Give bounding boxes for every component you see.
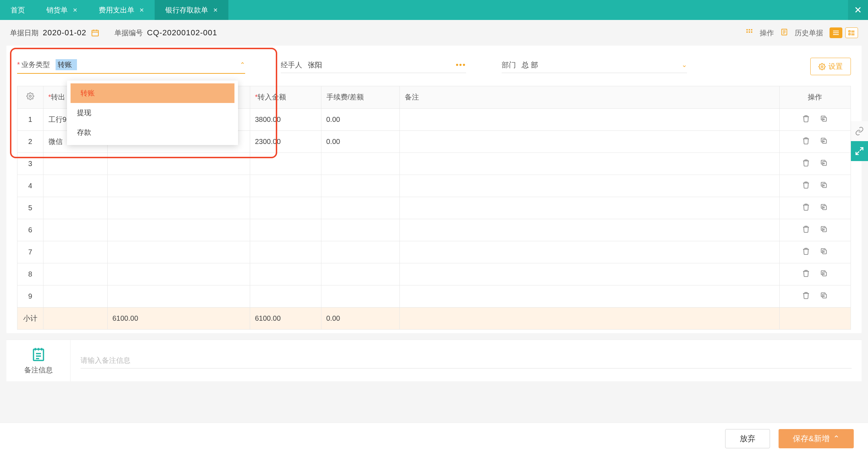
delete-row-button[interactable] — [802, 181, 810, 191]
tab-expense[interactable]: 费用支出单 ✕ — [88, 0, 155, 20]
cell-out-account[interactable] — [43, 219, 107, 241]
cell-hidden[interactable] — [107, 175, 250, 197]
cell-in-amount[interactable] — [250, 153, 321, 175]
cell-remark[interactable] — [399, 108, 779, 130]
attachment-button[interactable] — [851, 121, 868, 141]
gear-column-header[interactable] — [17, 86, 43, 108]
delete-row-button[interactable] — [802, 203, 810, 213]
table-row[interactable]: 3 — [17, 153, 851, 175]
cell-out-account[interactable] — [43, 263, 107, 285]
view-list-button[interactable] — [830, 27, 842, 38]
view-grid-button[interactable] — [845, 27, 858, 38]
dropdown-item-deposit[interactable]: 存款 — [67, 123, 238, 142]
close-icon[interactable]: ✕ — [139, 7, 144, 14]
cell-in-amount[interactable] — [250, 197, 321, 219]
delete-row-button[interactable] — [802, 225, 810, 235]
biz-type-select[interactable]: *业务类型 转账 ⌃ 转账 提现 存款 — [17, 59, 245, 74]
cell-in-amount[interactable] — [250, 263, 321, 285]
tab-home[interactable]: 首页 — [0, 0, 36, 20]
handler-select[interactable]: 经手人 张阳 ••• — [281, 60, 466, 73]
close-icon[interactable]: ✕ — [213, 7, 218, 14]
history-label[interactable]: 历史单据 — [795, 28, 823, 38]
cell-out-account[interactable] — [43, 241, 107, 263]
cell-fee[interactable] — [321, 219, 399, 241]
copy-row-button[interactable] — [820, 115, 828, 124]
table-row[interactable]: 5 — [17, 197, 851, 219]
cell-out-account[interactable] — [43, 285, 107, 307]
cell-in-amount[interactable]: 3800.00 — [250, 108, 321, 130]
copy-row-button[interactable] — [820, 247, 828, 257]
cell-fee[interactable]: 0.00 — [321, 130, 399, 153]
calendar-icon[interactable] — [91, 29, 99, 37]
cell-remark[interactable] — [399, 197, 779, 219]
svg-point-10 — [821, 66, 823, 67]
cell-fee[interactable] — [321, 285, 399, 307]
cell-hidden[interactable] — [107, 153, 250, 175]
delete-row-button[interactable] — [802, 247, 810, 257]
table-row[interactable]: 9 — [17, 285, 851, 307]
cell-fee[interactable] — [321, 263, 399, 285]
delete-row-button[interactable] — [802, 269, 810, 279]
cell-remark[interactable] — [399, 263, 779, 285]
dept-select[interactable]: 部门 总 部 ⌄ — [502, 60, 687, 73]
cell-fee[interactable] — [321, 241, 399, 263]
dropdown-item-withdraw[interactable]: 提现 — [67, 103, 238, 123]
discard-button[interactable]: 放弃 — [725, 429, 770, 448]
copy-row-button[interactable] — [820, 137, 828, 146]
operate-icon[interactable] — [745, 28, 753, 38]
expand-button[interactable] — [851, 141, 868, 161]
tabs-bar: 首页 销货单 ✕ 费用支出单 ✕ 银行存取款单 ✕ ✕ — [0, 0, 868, 20]
copy-row-button[interactable] — [820, 203, 828, 213]
table-row[interactable]: 8 — [17, 263, 851, 285]
tab-bank-transfer[interactable]: 银行存取款单 ✕ — [155, 0, 228, 20]
delete-row-button[interactable] — [802, 159, 810, 169]
cell-hidden[interactable] — [107, 241, 250, 263]
cell-in-amount[interactable] — [250, 219, 321, 241]
more-icon[interactable]: ••• — [456, 60, 466, 69]
tab-sales[interactable]: 销货单 ✕ — [36, 0, 88, 20]
cell-out-account[interactable] — [43, 175, 107, 197]
settings-button[interactable]: 设置 — [810, 58, 851, 75]
delete-row-button[interactable] — [802, 137, 810, 146]
operate-label[interactable]: 操作 — [760, 28, 774, 38]
remark-input[interactable] — [81, 353, 852, 368]
copy-row-button[interactable] — [820, 269, 828, 279]
cell-out-account[interactable] — [43, 197, 107, 219]
copy-row-button[interactable] — [820, 225, 828, 235]
tab-label: 首页 — [11, 5, 25, 15]
close-panel-button[interactable]: ✕ — [848, 0, 868, 20]
cell-fee[interactable] — [321, 197, 399, 219]
cell-hidden[interactable] — [107, 219, 250, 241]
cell-fee[interactable] — [321, 175, 399, 197]
history-icon[interactable] — [780, 28, 788, 38]
table-row[interactable]: 6 — [17, 219, 851, 241]
cell-remark[interactable] — [399, 130, 779, 153]
cell-remark[interactable] — [399, 153, 779, 175]
delete-row-button[interactable] — [802, 292, 810, 301]
cell-remark[interactable] — [399, 241, 779, 263]
cell-remark[interactable] — [399, 285, 779, 307]
cell-remark[interactable] — [399, 219, 779, 241]
cell-in-amount[interactable] — [250, 285, 321, 307]
cell-in-amount[interactable] — [250, 241, 321, 263]
copy-row-button[interactable] — [820, 181, 828, 191]
table-row[interactable]: 7 — [17, 241, 851, 263]
cell-hidden[interactable] — [107, 197, 250, 219]
copy-row-button[interactable] — [820, 159, 828, 169]
row-num: 1 — [17, 108, 43, 130]
cell-hidden[interactable] — [107, 285, 250, 307]
copy-row-button[interactable] — [820, 292, 828, 301]
save-add-button[interactable]: 保存&新增⌃ — [779, 429, 854, 448]
cell-remark[interactable] — [399, 175, 779, 197]
cell-fee[interactable]: 0.00 — [321, 108, 399, 130]
cell-fee[interactable] — [321, 153, 399, 175]
delete-row-button[interactable] — [802, 115, 810, 124]
dropdown-item-transfer[interactable]: 转账 — [71, 83, 234, 103]
cell-in-amount[interactable]: 2300.00 — [250, 130, 321, 153]
close-icon[interactable]: ✕ — [73, 7, 77, 14]
cell-out-account[interactable] — [43, 153, 107, 175]
cell-in-amount[interactable] — [250, 175, 321, 197]
cell-hidden[interactable] — [107, 263, 250, 285]
date-value[interactable]: 2020-01-02 — [43, 28, 87, 37]
table-row[interactable]: 4 — [17, 175, 851, 197]
